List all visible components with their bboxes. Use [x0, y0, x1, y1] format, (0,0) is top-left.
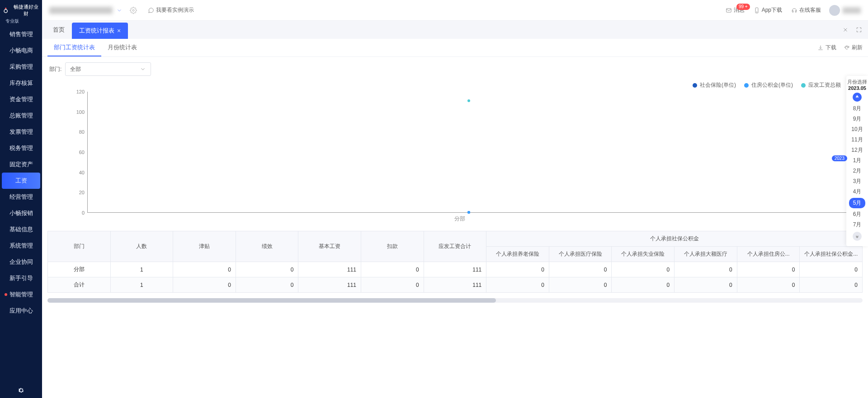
month-item[interactable]: 3月 [846, 176, 868, 187]
table-cell: 0 [675, 277, 737, 293]
sidebar-item-13[interactable]: 系统管理 [0, 238, 42, 254]
table-cell: 0 [737, 262, 800, 277]
sidebar-item-label: 新手引导 [9, 274, 33, 282]
sidebar-item-label: 税务管理 [9, 144, 33, 152]
legend-dot-icon [801, 83, 806, 88]
month-item[interactable]: 2月 [846, 166, 868, 176]
table-wrap: 部门人数津贴绩效基本工资扣款应发工资合计个人承担社保公积金个人承担养老保险个人承… [42, 227, 868, 296]
sidebar-item-label: 应用中心 [9, 307, 33, 315]
sidebar-item-0[interactable]: 销售管理 [0, 26, 42, 42]
sidebar-item-16[interactable]: 智能管理 [0, 286, 42, 303]
month-item[interactable]: 8月 [846, 103, 868, 114]
sidebar-item-8[interactable]: 固定资产 [0, 156, 42, 173]
legend-dot-icon [744, 83, 749, 88]
sidebar-settings[interactable] [0, 383, 42, 398]
sidebar-item-label: 销售管理 [9, 30, 33, 38]
month-item[interactable]: 10月 [846, 124, 868, 135]
table-cell: 0 [612, 262, 675, 277]
message-icon [726, 7, 732, 14]
sidebar-item-14[interactable]: 企业协同 [0, 254, 42, 270]
download-button[interactable]: 下载 [817, 44, 836, 52]
table-cell: 0 [236, 262, 298, 277]
month-scroll-up[interactable] [853, 93, 862, 102]
gear-icon [18, 387, 25, 394]
sidebar-item-5[interactable]: 总账管理 [0, 108, 42, 124]
notification-dot-icon [5, 293, 7, 296]
chat-icon [148, 7, 154, 14]
table-header: 基本工资 [298, 231, 361, 262]
table-cell: 111 [298, 277, 361, 293]
month-item[interactable]: 1月 [846, 155, 868, 166]
table-header: 人数 [110, 231, 173, 262]
salary-table: 部门人数津贴绩效基本工资扣款应发工资合计个人承担社保公积金个人承担养老保险个人承… [47, 231, 863, 293]
month-item[interactable]: 6月 [846, 209, 868, 220]
sidebar-item-1[interactable]: 小畅电商 [0, 42, 42, 59]
demo-link[interactable]: 我要看实例演示 [148, 6, 194, 14]
month-scroll-down[interactable] [853, 232, 862, 241]
close-icon[interactable]: × [117, 27, 121, 34]
table-cell: 0 [361, 277, 424, 293]
table-header: 部门 [48, 231, 111, 262]
table-header: 扣款 [361, 231, 424, 262]
close-all-tabs-button[interactable] [840, 24, 851, 35]
tab-home[interactable]: 首页 [46, 21, 72, 39]
sidebar-item-17[interactable]: 应用中心 [0, 303, 42, 319]
month-item[interactable]: 9月 [846, 114, 868, 124]
sidebar-item-10[interactable]: 经营管理 [0, 189, 42, 205]
chart-legend: 社会保险(单位) 住房公积金(单位) 应发工资总额 [42, 81, 868, 92]
sidebar-item-6[interactable]: 发票管理 [0, 124, 42, 140]
month-item[interactable]: 7月 [846, 220, 868, 230]
table-cell: 0 [236, 277, 298, 293]
table-cell: 0 [173, 262, 236, 277]
sidebar-item-12[interactable]: 基础信息 [0, 221, 42, 238]
month-item[interactable]: 5月 [849, 198, 865, 208]
sidebar-item-label: 基础信息 [9, 225, 33, 234]
legend-social-ins[interactable]: 社会保险(单位) [693, 81, 736, 89]
table-header: 绩效 [236, 231, 298, 262]
sidebar-item-9[interactable]: 工资 [2, 173, 40, 189]
table-cell: 0 [486, 262, 549, 277]
app-download-button[interactable]: App下载 [754, 6, 782, 14]
y-tick: 20 [79, 190, 85, 195]
month-item[interactable]: 4月 [846, 187, 868, 197]
fullscreen-button[interactable] [854, 24, 864, 35]
sidebar-item-2[interactable]: 采购管理 [0, 59, 42, 75]
table-cell: 0 [549, 262, 612, 277]
org-selector[interactable] [49, 7, 123, 14]
messages-button[interactable]: 消息 99 + [726, 6, 745, 14]
sub-tab-dept[interactable]: 部门工资统计表 [47, 39, 101, 56]
messages-badge: 99 + [736, 4, 750, 10]
app-download-label: App下载 [762, 6, 782, 14]
month-list: 8月9月10月11月12月20231月2月3月4月5月6月7月 [846, 103, 868, 230]
table-header: 个人承担医疗保险 [549, 247, 612, 262]
dept-select[interactable]: 全部 [65, 62, 151, 76]
legend-payable[interactable]: 应发工资总额 [801, 81, 841, 89]
y-tick: 80 [79, 129, 85, 135]
sidebar-item-15[interactable]: 新手引导 [0, 270, 42, 286]
sub-tab-month[interactable]: 月份统计表 [101, 39, 143, 56]
horizontal-scrollbar[interactable] [47, 298, 863, 303]
month-item[interactable]: 11月 [846, 135, 868, 145]
sidebar-item-3[interactable]: 库存核算 [0, 75, 42, 91]
month-item[interactable]: 12月 [846, 145, 868, 155]
sidebar-item-11[interactable]: 小畅报销 [0, 205, 42, 221]
service-button[interactable]: 在线客服 [791, 6, 821, 14]
expand-icon [856, 27, 862, 33]
table-cell: 合计 [48, 277, 111, 293]
settings-icon[interactable] [130, 7, 137, 14]
sidebar-item-4[interactable]: 资金管理 [0, 91, 42, 108]
table-cell: 111 [424, 277, 486, 293]
table-row: 分部1001110111000000 [48, 262, 863, 277]
table-header: 应发工资合计 [424, 231, 486, 262]
y-tick: 100 [76, 109, 85, 115]
table-header: 津贴 [173, 231, 236, 262]
legend-housing-fund[interactable]: 住房公积金(单位) [744, 81, 793, 89]
table-cell: 111 [424, 262, 486, 277]
refresh-button[interactable]: 刷新 [844, 44, 863, 52]
scrollbar-thumb[interactable] [47, 298, 496, 303]
main: 我要看实例演示 消息 99 + App下载 在线客服 首页 [42, 0, 868, 398]
tab-salary-report[interactable]: 工资统计报表 × [72, 23, 128, 39]
x-axis-label: 分部 [454, 215, 465, 223]
user-menu[interactable] [829, 5, 861, 16]
sidebar-item-7[interactable]: 税务管理 [0, 140, 42, 156]
